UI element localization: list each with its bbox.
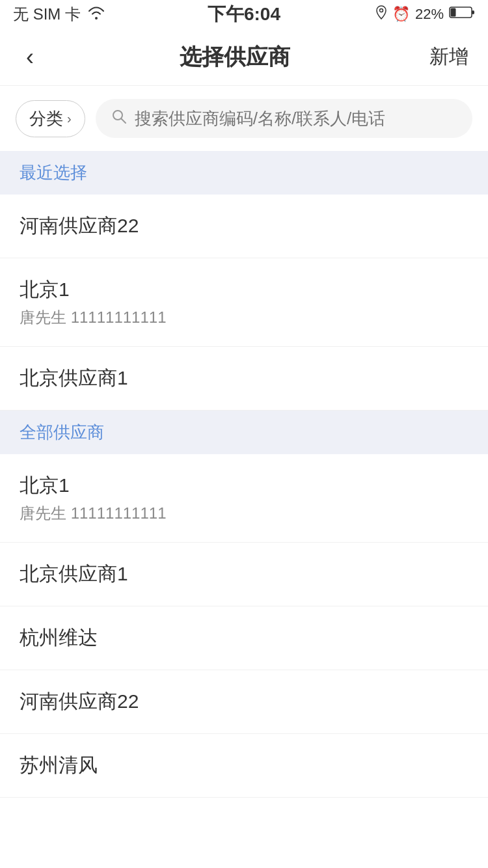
svg-line-5 [121,119,126,124]
recent-item-2[interactable]: 北京供应商1 [0,347,488,411]
category-button[interactable]: 分类 › [16,100,85,137]
recent-item-0[interactable]: 河南供应商22 [0,195,488,258]
alarm-icon: ⏰ [392,6,410,23]
back-button[interactable]: ‹ [20,37,40,77]
item-name: 河南供应商22 [20,688,468,715]
all-item-3[interactable]: 河南供应商22 [0,670,488,734]
battery-icon [449,5,475,23]
battery-text: 22% [415,6,444,23]
all-list: 北京1 唐先生 11111111111 北京供应商1 杭州维达 河南供应商22 … [0,454,488,798]
item-name: 苏州清风 [20,752,468,779]
item-name: 北京供应商1 [20,365,468,392]
all-item-1[interactable]: 北京供应商1 [0,543,488,606]
status-time: 下午6:04 [208,2,280,27]
item-name: 北京1 [20,472,468,499]
carrier-text: 无 SIM 卡 [13,4,81,25]
svg-rect-2 [472,10,474,14]
svg-rect-3 [451,8,456,17]
item-name: 杭州维达 [20,625,468,651]
all-section-header: 全部供应商 [0,411,488,454]
chevron-right-icon: › [67,111,72,126]
status-bar: 无 SIM 卡 下午6:04 ⏰ 22% [0,0,488,29]
recent-list: 河南供应商22 北京1 唐先生 11111111111 北京供应商1 [0,195,488,411]
item-name: 北京1 [20,277,468,303]
item-name: 河南供应商22 [20,213,468,239]
status-left: 无 SIM 卡 [13,4,105,25]
recent-section-label: 最近选择 [20,163,87,182]
filter-bar: 分类 › [0,86,488,151]
location-icon [375,5,387,23]
nav-title: 选择供应商 [180,42,290,72]
all-section-label: 全部供应商 [20,422,104,442]
all-item-2[interactable]: 杭州维达 [0,606,488,670]
new-button[interactable]: 新增 [429,44,468,70]
item-sub: 唐先生 11111111111 [20,503,468,524]
search-icon [111,108,127,129]
category-label: 分类 [29,107,63,130]
all-item-0[interactable]: 北京1 唐先生 11111111111 [0,454,488,543]
wifi-icon [87,5,105,23]
search-input[interactable] [135,109,457,129]
search-box [96,99,472,138]
item-name: 北京供应商1 [20,561,468,588]
all-item-4[interactable]: 苏州清风 [0,734,488,798]
recent-section-header: 最近选择 [0,151,488,195]
svg-point-0 [379,9,383,12]
recent-item-1[interactable]: 北京1 唐先生 11111111111 [0,258,488,347]
nav-bar: ‹ 选择供应商 新增 [0,29,488,86]
item-sub: 唐先生 11111111111 [20,307,468,328]
status-right: ⏰ 22% [375,5,475,23]
